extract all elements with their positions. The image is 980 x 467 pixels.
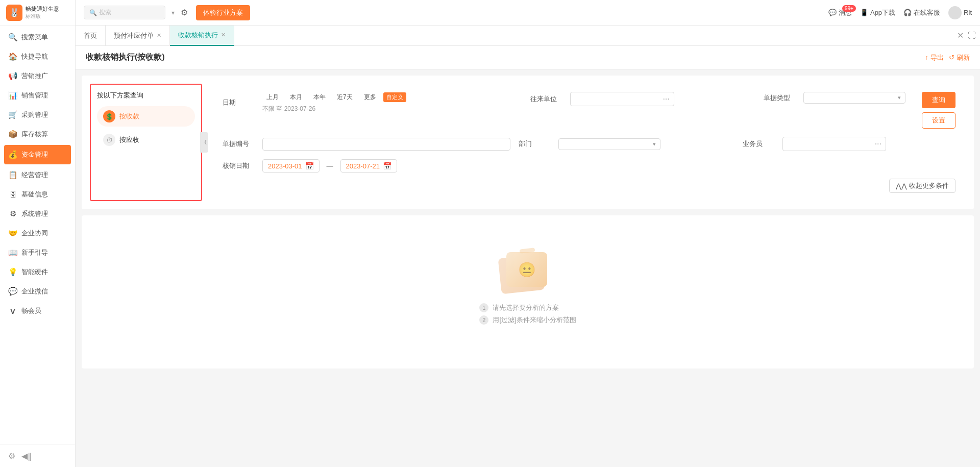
filter-option-collection[interactable]: 💲 按收款 [97,106,195,127]
app-logo: 🐰 畅捷通好生意 标准版 [0,0,75,26]
dept-select[interactable]: ▾ [558,138,660,150]
sales-icon: 📊 [8,91,17,100]
tab-prepay[interactable]: 预付冲应付单 ✕ [106,26,170,46]
dept-label: 部门 [519,139,554,149]
operations-icon: 📋 [8,170,17,180]
tab-collection[interactable]: 收款核销执行 ✕ [170,26,234,46]
sidebar-menu: 🔍 搜索菜单 🏠 快捷导航 📢 营销推广 📊 销售管理 🛒 采购管理 📦 库存核… [0,26,75,445]
avatar [948,6,962,19]
content: 收款核销执行(按收款) ↑ 导出 ↺ 刷新 按以下方案查询 💲 按收款 [76,46,980,467]
sidebar-item-sales[interactable]: 📊 销售管理 [0,86,75,105]
app-download-btn[interactable]: 📱 App下载 [860,8,895,17]
bill-type-filter: 单据类型 ▾ [764,92,905,104]
settings-footer-icon[interactable]: ⚙ [8,451,15,461]
filter-option-receivable[interactable]: ⏱ 按应收 [97,130,195,150]
custom-date-badge[interactable]: 自定义 [383,92,406,102]
messages-badge: 99+ [842,5,856,12]
refresh-btn[interactable]: ↺ 刷新 [949,53,970,62]
tabbar-actions: ✕ ⛶ [953,31,980,40]
inventory-icon: 📦 [8,130,17,139]
online-service-btn[interactable]: 🎧 在线客服 [903,8,940,17]
sidebar-item-vip[interactable]: V 畅会员 [0,301,75,321]
sidebar-footer: ⚙ ◀‖ [0,445,75,467]
sidebar-item-basic-info[interactable]: 🗄 基础信息 [0,185,75,204]
empty-tip-2: 2 用[过滤]条件来缩小分析范围 [479,315,576,325]
page-actions: ↑ 导出 ↺ 刷新 [925,53,970,62]
this-year-btn[interactable]: 本年 [309,92,330,103]
bill-no-input-wrap[interactable] [262,138,510,151]
setting-btn[interactable]: 设置 [922,112,955,129]
staff-input-wrap[interactable]: ··· [782,137,886,151]
bill-no-label: 单据编号 [223,139,258,149]
empty-box-front: 😐 [506,252,547,287]
last-month-btn[interactable]: 上月 [262,92,283,103]
date-filter-group: 日期 上月 本月 本年 近7天 更多 自定义 不限 至 2023-07-26 [223,92,522,113]
staff-input[interactable] [787,140,873,148]
sidebar-item-nav[interactable]: 🏠 快捷导航 [0,47,75,66]
query-btn[interactable]: 查询 [922,92,955,108]
tab-close-collection[interactable]: ✕ [221,32,226,38]
filter-action-buttons: 查询 设置 [914,92,955,129]
sidebar-item-wechat[interactable]: 💬 企业微信 [0,282,75,301]
verify-date-filter: 核销日期 2023-03-01 📅 — 2023-07-21 📅 [223,159,397,173]
gear-icon-topbar[interactable]: ⚙ [181,8,188,17]
more-date-btn[interactable]: 更多 [360,92,380,103]
collapse-sidebar-icon[interactable]: ◀‖ [21,451,32,461]
app-name: 畅捷通好生意 [26,5,59,12]
empty-illustration: 😐 [497,246,558,297]
counterpart-input[interactable] [575,95,660,103]
service-icon: 🎧 [903,9,912,16]
collapse-more-btn[interactable]: ⋀⋀ 收起更多条件 [889,179,955,193]
empty-tip-1: 1 请先选择要分析的方案 [479,303,576,312]
bill-type-label: 单据类型 [764,93,799,103]
verify-date-start-input[interactable]: 2023-03-01 📅 [262,159,320,173]
sidebar-item-search[interactable]: 🔍 搜索菜单 [0,28,75,47]
collapse-left-btn[interactable]: 《 [200,132,208,153]
tip-num-1: 1 [479,303,488,312]
tab-home[interactable]: 首页 [76,26,106,46]
last-7days-btn[interactable]: 近7天 [333,92,357,103]
sidebar-item-purchase[interactable]: 🛒 采购管理 [0,105,75,125]
sidebar-item-operations[interactable]: 📋 经营管理 [0,165,75,185]
sidebar-item-system[interactable]: ⚙ 系统管理 [0,204,75,224]
sidebar-item-collab[interactable]: 🤝 企业协同 [0,224,75,243]
close-tab-icon[interactable]: ✕ [957,31,964,40]
empty-tips: 1 请先选择要分析的方案 2 用[过滤]条件来缩小分析范围 [479,303,576,328]
tab-close-prepay[interactable]: ✕ [157,32,161,39]
sidebar-item-guide[interactable]: 📖 新手引导 [0,243,75,262]
logo-icon: 🐰 [6,5,22,21]
staff-more-icon[interactable]: ··· [875,139,881,149]
calendar-start-icon: 📅 [305,162,314,170]
sidebar-item-hardware[interactable]: 💡 智能硬件 [0,262,75,282]
user-menu[interactable]: Rit [948,6,972,19]
topbar-search[interactable]: 🔍 搜索 [84,6,165,19]
dept-chevron-icon: ▾ [653,141,656,148]
bill-no-input[interactable] [267,140,506,148]
bill-type-chevron-icon: ▾ [898,94,901,101]
empty-face-icon: 😐 [518,261,536,278]
filter-panel-title: 按以下方案查询 [97,91,195,100]
date-quick-buttons: 上月 本月 本年 近7天 更多 自定义 [262,92,406,103]
messages-btn[interactable]: 💬 消息 99+ [828,8,852,17]
topbar-right: 💬 消息 99+ 📱 App下载 🎧 在线客服 Rit [828,6,972,19]
tabbar: 首页 预付冲应付单 ✕ 收款核销执行 ✕ ✕ ⛶ [76,26,980,46]
sidebar-item-marketing[interactable]: 📢 营销推广 [0,66,75,86]
maximize-icon[interactable]: ⛶ [968,31,976,40]
search-icon-topbar: 🔍 [89,9,97,16]
counterpart-input-wrap[interactable]: ··· [570,92,674,106]
sidebar-item-inventory[interactable]: 📦 库存核算 [0,125,75,144]
dropdown-arrow-icon[interactable]: ▾ [172,9,175,16]
this-month-btn[interactable]: 本月 [286,92,306,103]
tip-num-2: 2 [479,315,488,325]
home-icon: 🏠 [8,52,17,61]
main-area: 🔍 搜索 ▾ ⚙ 体验行业方案 💬 消息 99+ 📱 App下载 🎧 在线客服 … [76,0,980,467]
guide-icon: 📖 [8,248,17,257]
bill-type-select[interactable]: ▾ [803,92,905,104]
app-edition: 标准版 [26,13,59,20]
counterpart-more-icon[interactable]: ··· [663,94,669,104]
collapse-icon: 《 [202,139,207,146]
sidebar-item-finance[interactable]: 💰 资金管理 [4,145,71,164]
solution-btn[interactable]: 体验行业方案 [196,5,250,20]
export-btn[interactable]: ↑ 导出 [925,53,944,62]
verify-date-end-input[interactable]: 2023-07-21 📅 [340,159,398,173]
